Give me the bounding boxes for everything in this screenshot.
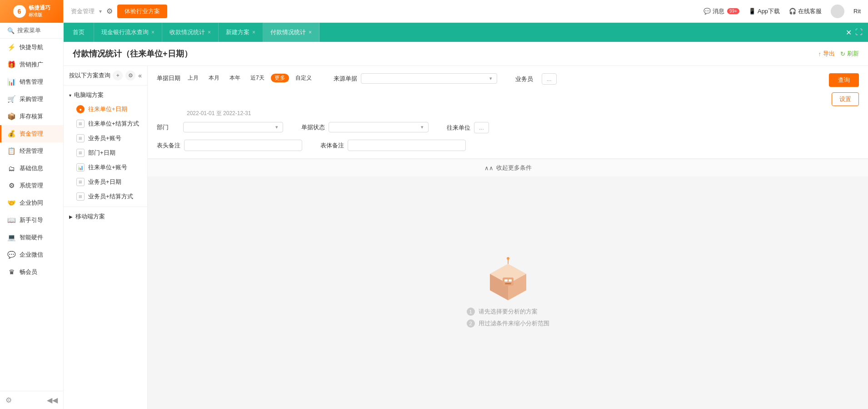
sidebar-item-guide[interactable]: 📖 新手引导 bbox=[0, 212, 63, 229]
message-badge: 99+ bbox=[727, 8, 739, 14]
header-remark-label: 表头备注 bbox=[157, 141, 180, 150]
tab-receipts[interactable]: 收款情况统计 × bbox=[162, 23, 219, 42]
voucher-status-select[interactable]: ▾ bbox=[329, 122, 429, 132]
search-menu[interactable]: 🔍 搜索菜单 bbox=[0, 23, 63, 39]
finance-icon: 💰 bbox=[7, 130, 16, 138]
inventory-icon: 📦 bbox=[7, 112, 16, 121]
sidebar-item-label: 采购管理 bbox=[20, 95, 43, 103]
empty-tip-2: 2 用过滤条件来缩小分析范围 bbox=[467, 319, 549, 328]
scheme-item-label: 业务员+日期 bbox=[88, 178, 121, 186]
header-remark-input[interactable] bbox=[184, 140, 302, 151]
tab-close-all-icon[interactable]: ✕ bbox=[846, 28, 852, 37]
sidebar-item-label: 企业微信 bbox=[20, 251, 43, 259]
tab-new-scheme-close-icon[interactable]: × bbox=[252, 29, 255, 35]
tab-payments[interactable]: 付款情况统计 × bbox=[263, 23, 319, 42]
tab-cashflow[interactable]: 现金银行流水查询 × bbox=[94, 23, 162, 42]
footer-collapse-icon[interactable]: ◀◀ bbox=[47, 396, 58, 404]
desktop-group-title[interactable]: ▾ 电脑端方案 bbox=[64, 88, 147, 102]
filter-settings-button[interactable]: 设置 bbox=[832, 92, 859, 106]
collapse-more-button[interactable]: ∧∧ 收起更多条件 bbox=[148, 159, 868, 177]
system-icon: ⚙ bbox=[7, 182, 16, 190]
date-option-this-month[interactable]: 本月 bbox=[205, 73, 223, 83]
sidebar-item-inventory[interactable]: 📦 库存核算 bbox=[0, 108, 63, 125]
scheme-panel-header: 按以下方案查询 + ⚙ « bbox=[64, 66, 147, 86]
page-header: 付款情况统计（往来单位+日期） ↑ 导出 ↻ 刷新 bbox=[64, 42, 868, 66]
scheme-item-unit-account[interactable]: 📊 往来单位+账号 bbox=[64, 160, 147, 175]
filter-section: 单据日期 上月 本月 本年 近7天 更多 自定义 来源单据 bbox=[148, 66, 868, 159]
group-expand-icon: ▾ bbox=[69, 93, 71, 98]
operations-icon: 📋 bbox=[7, 147, 16, 155]
date-options: 上月 本月 本年 近7天 更多 自定义 bbox=[184, 73, 315, 83]
scheme-item-dept-date[interactable]: ⊞ 部门+日期 bbox=[64, 146, 147, 160]
sidebar-item-sales[interactable]: 📊 销售管理 bbox=[0, 73, 63, 91]
sidebar-item-finance[interactable]: 💰 资金管理 bbox=[0, 125, 63, 142]
scheme-item-unit-settle[interactable]: ⊞ 往来单位+结算方式 bbox=[64, 116, 147, 131]
logo-text-block: 畅捷通巧 标准版 bbox=[29, 5, 50, 18]
tab-receipts-close-icon[interactable]: × bbox=[208, 29, 211, 35]
sidebar-item-purchase[interactable]: 🛒 采购管理 bbox=[0, 91, 63, 108]
header-settings-icon[interactable]: ⚙ bbox=[106, 7, 113, 15]
guide-icon: 📖 bbox=[7, 216, 16, 224]
tab-home[interactable]: 首页 bbox=[64, 23, 94, 42]
dept-select[interactable]: ▾ bbox=[183, 122, 283, 132]
refresh-button[interactable]: ↻ 刷新 bbox=[840, 50, 859, 58]
scheme-item-staff-settle[interactable]: ⊞ 业务员+结算方式 bbox=[64, 189, 147, 204]
mobile-group-title[interactable]: ▶ 移动端方案 bbox=[64, 210, 147, 223]
breadcrumb: 资金管理 bbox=[71, 7, 95, 15]
tab-new-scheme[interactable]: 新建方案 × bbox=[219, 23, 263, 42]
date-option-7days[interactable]: 近7天 bbox=[247, 73, 268, 83]
sidebar-item-basicinfo[interactable]: 🗂 基础信息 bbox=[0, 160, 63, 177]
sidebar: 6 畅捷通巧 标准版 🔍 搜索菜单 ⚡ 快捷导航 🎁 营销推广 📊 销售管理 🛒… bbox=[0, 0, 64, 409]
scheme-item-staff-account[interactable]: ⊞ 业务员+账号 bbox=[64, 131, 147, 146]
tab-cashflow-close-icon[interactable]: × bbox=[151, 29, 155, 35]
empty-illustration bbox=[481, 255, 535, 300]
sidebar-item-hardware[interactable]: 💻 智能硬件 bbox=[0, 229, 63, 246]
staff-input[interactable]: ... bbox=[542, 73, 557, 85]
source-select[interactable]: ▾ bbox=[361, 73, 497, 84]
user-avatar[interactable] bbox=[831, 5, 844, 18]
top-header: 资金管理 ▾ ⚙ 体验行业方案 💬 消息 99+ 📱 App下载 🎧 在线客服 … bbox=[64, 0, 868, 23]
sidebar-item-system[interactable]: ⚙ 系统管理 bbox=[0, 177, 63, 194]
refresh-label: 刷新 bbox=[847, 50, 859, 58]
trial-button[interactable]: 体验行业方案 bbox=[117, 5, 167, 18]
mobile-scheme-group: ▶ 移动端方案 bbox=[64, 207, 147, 226]
footer-settings-icon[interactable]: ⚙ bbox=[5, 396, 12, 404]
status-dropdown-icon: ▾ bbox=[421, 124, 424, 130]
empty-area: 1 请先选择要分析的方案 2 用过滤条件来缩小分析范围 bbox=[148, 177, 868, 409]
sidebar-item-marketing[interactable]: 🎁 营销推广 bbox=[0, 56, 63, 73]
sidebar-item-vip[interactable]: ♛ 畅会员 bbox=[0, 263, 63, 281]
staff-label: 业务员 bbox=[515, 75, 538, 83]
date-option-this-year[interactable]: 本年 bbox=[226, 73, 244, 83]
source-dropdown-icon: ▾ bbox=[489, 76, 492, 81]
sidebar-item-collab[interactable]: 🤝 企业协同 bbox=[0, 194, 63, 212]
sidebar-item-operations[interactable]: 📋 经营管理 bbox=[0, 142, 63, 160]
date-option-more[interactable]: 更多 bbox=[271, 74, 289, 82]
tab-expand-icon[interactable]: ⛶ bbox=[855, 28, 863, 36]
sidebar-item-wechat[interactable]: 💬 企业微信 bbox=[0, 246, 63, 263]
scheme-table-icon: ⊞ bbox=[76, 192, 85, 201]
user-name[interactable]: Rit bbox=[853, 8, 861, 15]
scheme-item-staff-date[interactable]: ⊞ 业务员+日期 bbox=[64, 175, 147, 189]
body-remark-input[interactable] bbox=[348, 140, 466, 151]
tab-payments-close-icon[interactable]: × bbox=[309, 29, 312, 35]
svg-rect-4 bbox=[503, 278, 514, 286]
breadcrumb-dropdown-icon[interactable]: ▾ bbox=[99, 8, 102, 15]
message-button[interactable]: 💬 消息 99+ bbox=[703, 7, 739, 15]
query-button[interactable]: 查询 bbox=[829, 73, 859, 87]
app-download-button[interactable]: 📱 App下载 bbox=[748, 7, 780, 15]
export-button[interactable]: ↑ 导出 bbox=[818, 50, 835, 58]
sidebar-item-quick-nav[interactable]: ⚡ 快捷导航 bbox=[0, 39, 63, 56]
date-option-last-month[interactable]: 上月 bbox=[184, 73, 202, 83]
service-button[interactable]: 🎧 在线客服 bbox=[789, 7, 822, 15]
mobile-group-label: 移动端方案 bbox=[75, 212, 105, 221]
basicinfo-icon: 🗂 bbox=[7, 165, 16, 172]
date-option-custom[interactable]: 自定义 bbox=[292, 73, 315, 83]
active-scheme-icon: ● bbox=[76, 105, 85, 113]
scheme-settings-button[interactable]: ⚙ bbox=[125, 71, 135, 81]
svg-point-9 bbox=[507, 257, 509, 260]
scheme-collapse-button[interactable]: « bbox=[138, 72, 142, 79]
partner-input[interactable]: ... bbox=[474, 122, 489, 133]
add-scheme-button[interactable]: + bbox=[113, 71, 123, 81]
logo-sub: 标准版 bbox=[29, 12, 50, 18]
scheme-item-unit-date[interactable]: ● 往来单位+日期 bbox=[64, 102, 147, 116]
